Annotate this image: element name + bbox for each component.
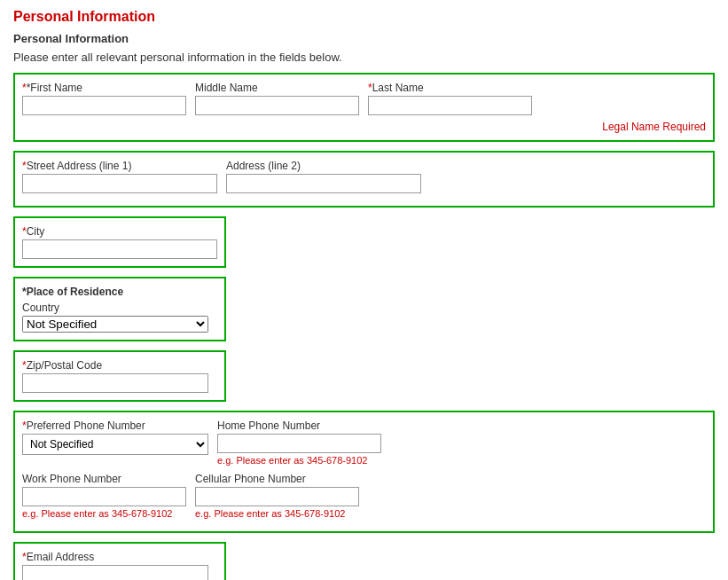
last-name-input[interactable] xyxy=(368,96,532,115)
email-input[interactable] xyxy=(22,565,208,580)
work-phone-group: Work Phone Number e.g. Please enter as 3… xyxy=(22,473,186,519)
home-phone-input[interactable] xyxy=(217,434,381,453)
preferred-phone-label: *Preferred Phone Number xyxy=(22,419,208,432)
home-phone-group: Home Phone Number e.g. Please enter as 3… xyxy=(217,419,381,466)
name-section: **First Name Middle Name *Last Name Lega… xyxy=(13,73,715,142)
addr2-label: Address (line 2) xyxy=(226,160,421,172)
first-name-input[interactable] xyxy=(22,96,186,115)
street-group: *Street Address (line 1) xyxy=(22,160,217,193)
last-name-group: *Last Name xyxy=(368,82,532,115)
section-title: Personal Information xyxy=(13,32,715,45)
preferred-phone-select[interactable]: Not Specified Home Phone Work Phone Cell… xyxy=(22,434,208,455)
city-label: *City xyxy=(22,225,217,238)
street-label: *Street Address (line 1) xyxy=(22,160,217,172)
addr2-input[interactable] xyxy=(226,174,421,193)
work-phone-hint: e.g. Please enter as 345-678-9102 xyxy=(22,508,186,519)
last-name-label: *Last Name xyxy=(368,82,532,94)
phone-section: *Preferred Phone Number Not Specified Ho… xyxy=(13,411,715,533)
middle-name-group: Middle Name xyxy=(195,82,359,115)
cellular-input[interactable] xyxy=(195,487,359,506)
residence-label: *Place of Residence xyxy=(22,286,217,298)
address-section: *Street Address (line 1) Address (line 2… xyxy=(13,151,715,208)
work-phone-input[interactable] xyxy=(22,487,186,506)
home-phone-label: Home Phone Number xyxy=(217,419,381,432)
middle-name-input[interactable] xyxy=(195,96,359,115)
first-name-label: **First Name xyxy=(22,82,186,94)
country-label: Country xyxy=(22,302,217,314)
city-input[interactable] xyxy=(22,239,217,259)
page-title: Personal Information xyxy=(13,9,715,25)
work-phone-label: Work Phone Number xyxy=(22,473,186,485)
cellular-hint: e.g. Please enter as 345-678-9102 xyxy=(195,508,359,519)
email-label: *Email Address xyxy=(22,551,217,563)
city-section: *City xyxy=(13,216,226,268)
city-group: *City xyxy=(22,225,217,259)
street-input[interactable] xyxy=(22,174,217,193)
email-section: *Email Address xyxy=(13,542,226,580)
zip-label: *Zip/Postal Code xyxy=(22,359,217,372)
addr2-group: Address (line 2) xyxy=(226,160,421,193)
home-phone-hint: e.g. Please enter as 345-678-9102 xyxy=(217,455,381,466)
zip-group: *Zip/Postal Code xyxy=(22,359,217,393)
email-group: *Email Address xyxy=(22,551,217,580)
cellular-label: Cellular Phone Number xyxy=(195,473,359,485)
zip-section: *Zip/Postal Code xyxy=(13,350,226,402)
first-name-group: **First Name xyxy=(22,82,186,115)
middle-name-label: Middle Name xyxy=(195,82,359,94)
legal-name-message: Legal Name Required xyxy=(22,121,706,133)
cellular-phone-group: Cellular Phone Number e.g. Please enter … xyxy=(195,473,359,519)
zip-input[interactable] xyxy=(22,373,208,393)
country-select[interactable]: Not Specified United States Canada Other xyxy=(22,316,208,333)
preferred-phone-group: *Preferred Phone Number Not Specified Ho… xyxy=(22,419,208,466)
intro-text: Please enter all relevant personal infor… xyxy=(13,51,715,64)
residence-section: *Place of Residence Country Not Specifie… xyxy=(13,277,226,341)
